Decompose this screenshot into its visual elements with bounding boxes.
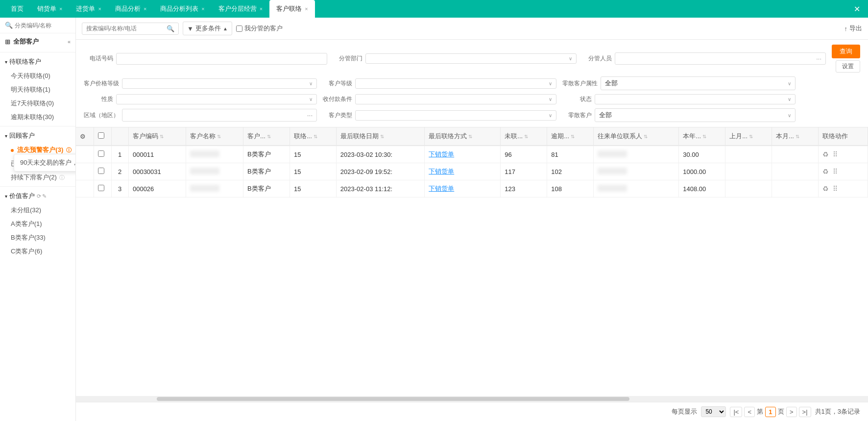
settings-button[interactable]: 设置 bbox=[836, 60, 860, 73]
more-icon-2[interactable]: ⠿ bbox=[833, 168, 838, 175]
my-customers-checkbox[interactable]: 我分管的客户 bbox=[236, 24, 283, 33]
sidebar-item-class-b[interactable]: B类客户(33) bbox=[0, 231, 75, 245]
price-level-select[interactable]: ∨ bbox=[122, 78, 317, 89]
sidebar-group-pending[interactable]: ▾ 待联络客户 bbox=[0, 54, 75, 69]
th-last-contact-date[interactable]: 最后联络日期 ⇅ bbox=[336, 127, 424, 146]
scatter-customer-select[interactable]: 全部 ∨ bbox=[595, 108, 796, 122]
th-code[interactable]: 客户编码 ⇅ bbox=[128, 127, 186, 146]
payment-select[interactable]: ∨ bbox=[355, 94, 556, 104]
my-customers-check[interactable] bbox=[236, 25, 242, 32]
th-contact[interactable]: 联络... ⇅ bbox=[289, 127, 336, 146]
search-input[interactable] bbox=[86, 25, 165, 32]
td-lcm-2[interactable]: 下销货单 bbox=[425, 163, 501, 180]
window-close-button[interactable]: ✕ bbox=[850, 4, 864, 14]
tab-customer-segment[interactable]: 客户分层经营 × bbox=[212, 0, 269, 18]
sidebar-search-box[interactable]: 🔍 bbox=[0, 18, 75, 33]
sidebar-item-class-c[interactable]: C类客户(6) bbox=[0, 245, 75, 258]
tab-purchase[interactable]: 进货单 × bbox=[69, 0, 108, 18]
tab-product-analysis[interactable]: 商品分析 × bbox=[108, 0, 153, 18]
more-icon-3[interactable]: ⠿ bbox=[833, 185, 838, 193]
th-associate[interactable]: 往来单位联系人 ⇅ bbox=[594, 127, 679, 146]
horizontal-scrollbar[interactable] bbox=[76, 396, 868, 402]
customer-level-label: 客户等级 bbox=[323, 79, 352, 88]
td-checkbox-3[interactable] bbox=[94, 180, 111, 198]
phone-input[interactable] bbox=[116, 53, 327, 65]
export-button[interactable]: ↑ 导出 bbox=[844, 24, 863, 33]
dots-icon[interactable]: ··· bbox=[816, 55, 821, 62]
region-dots-icon[interactable]: ··· bbox=[307, 111, 313, 119]
tab-close-product-analysis[interactable]: × bbox=[144, 6, 146, 12]
page-size-select[interactable]: 50 100 200 bbox=[701, 406, 726, 417]
tab-close-customer-contact[interactable]: × bbox=[305, 6, 308, 12]
last-page-button[interactable]: >| bbox=[799, 407, 811, 417]
prev-page-button[interactable]: < bbox=[744, 407, 755, 417]
row-checkbox-2[interactable] bbox=[98, 168, 104, 174]
sidebar-item-7day-pending[interactable]: 近7天待联络(0) bbox=[0, 97, 75, 110]
sidebar-item-tomorrow-pending[interactable]: 明天待联络(1) bbox=[0, 83, 75, 97]
dept-select[interactable]: ∨ bbox=[365, 53, 577, 64]
next-page-button[interactable]: > bbox=[786, 407, 797, 417]
more-conditions-button[interactable]: ▼ 更多条件 ▲ bbox=[183, 22, 232, 35]
td-checkbox-1[interactable] bbox=[94, 146, 111, 163]
contact-icon-1[interactable]: ♻ bbox=[822, 150, 829, 158]
tab-close-customer-segment[interactable]: × bbox=[260, 6, 263, 12]
td-code-3: 000026 bbox=[128, 180, 186, 198]
tab-product-list[interactable]: 商品分析列表 × bbox=[153, 0, 211, 18]
refresh-icon[interactable]: ⟳ bbox=[37, 193, 41, 199]
sort-icon-overdue: ⇅ bbox=[571, 134, 575, 139]
status-select[interactable]: ∨ bbox=[595, 94, 796, 104]
tab-close-purchase[interactable]: × bbox=[98, 6, 101, 12]
gear-icon[interactable]: ⚙ bbox=[80, 133, 86, 140]
tab-close-sales[interactable]: × bbox=[59, 6, 62, 12]
query-button[interactable]: 查询 bbox=[832, 45, 860, 58]
tab-home[interactable]: 首页 bbox=[4, 0, 30, 18]
td-associate-2 bbox=[594, 163, 679, 180]
customer-level-select[interactable]: ∨ bbox=[355, 78, 556, 89]
row-checkbox-1[interactable] bbox=[98, 150, 104, 157]
tab-close-product-list[interactable]: × bbox=[201, 6, 204, 12]
contact-icon-3[interactable]: ♻ bbox=[822, 185, 829, 193]
tab-sales-order[interactable]: 销货单 × bbox=[30, 0, 69, 18]
th-overdue[interactable]: 逾期... ⇅ bbox=[547, 127, 594, 146]
th-checkbox[interactable] bbox=[94, 127, 111, 146]
select-all-checkbox[interactable] bbox=[98, 132, 104, 139]
more-icon-1[interactable]: ⠿ bbox=[833, 150, 838, 158]
sidebar-all-customers[interactable]: ⊞ 全部客户 « bbox=[0, 33, 75, 50]
contact-icon-2[interactable]: ♻ bbox=[822, 168, 829, 175]
td-action-1: ♻ ⠿ bbox=[818, 146, 868, 163]
sidebar-group-churning[interactable]: ▾ 回顾客户 bbox=[0, 128, 75, 143]
th-uncontact[interactable]: 未联... ⇅ bbox=[501, 127, 547, 146]
filter-field-person: 分管人员 ··· bbox=[582, 52, 826, 65]
nature-select[interactable]: ∨ bbox=[116, 94, 317, 104]
edit-icon[interactable]: ✎ bbox=[42, 193, 47, 199]
person-select[interactable]: ··· bbox=[615, 52, 826, 65]
search-input-box[interactable]: 🔍 bbox=[82, 23, 179, 35]
th-name[interactable]: 客户名称 ⇅ bbox=[186, 127, 243, 146]
th-settings[interactable]: ⚙ bbox=[76, 127, 94, 146]
td-checkbox-2[interactable] bbox=[94, 163, 111, 180]
sidebar-item-today-pending[interactable]: 今天待联络(0) bbox=[0, 69, 75, 83]
td-lcm-3[interactable]: 下销货单 bbox=[425, 180, 501, 198]
search-icon[interactable]: 🔍 bbox=[167, 25, 174, 32]
sidebar-search-input[interactable] bbox=[15, 22, 71, 29]
td-lcm-1[interactable]: 下销货单 bbox=[425, 146, 501, 163]
tab-customer-contact[interactable]: 客户联络 × bbox=[269, 0, 314, 18]
sidebar-item-overdue-pending[interactable]: 逾期未联络(30) bbox=[0, 110, 75, 124]
row-checkbox-3[interactable] bbox=[98, 185, 104, 191]
sidebar-item-declining[interactable]: 持续下滑客户(2) ⓘ bbox=[0, 171, 75, 184]
scrollbar-thumb[interactable] bbox=[157, 397, 629, 401]
th-last-month[interactable]: 上月... ⇅ bbox=[725, 127, 772, 146]
sidebar-item-ungrouped[interactable]: 未分组(32) bbox=[0, 203, 75, 217]
th-last-contact-method[interactable]: 最后联络方式 ⇅ bbox=[425, 127, 501, 146]
sidebar-group-value[interactable]: ▾ 价值客户 ⟳ ✎ bbox=[0, 189, 75, 203]
region-select[interactable]: ··· bbox=[122, 109, 317, 122]
th-this-month[interactable]: 本月... ⇅ bbox=[772, 127, 819, 146]
first-page-button[interactable]: |< bbox=[730, 407, 742, 417]
scatter-attr-label: 零散客户属性 bbox=[562, 79, 598, 88]
filter-field-nature: 性质 ∨ bbox=[84, 94, 317, 104]
sidebar-item-class-a[interactable]: A类客户(1) bbox=[0, 217, 75, 231]
th-year-amount[interactable]: 本年... ⇅ bbox=[679, 127, 725, 146]
scatter-attr-select[interactable]: 全部 ∨ bbox=[601, 76, 796, 90]
customer-type-select[interactable]: ∨ bbox=[355, 110, 556, 121]
th-type[interactable]: 客户... ⇅ bbox=[243, 127, 290, 146]
